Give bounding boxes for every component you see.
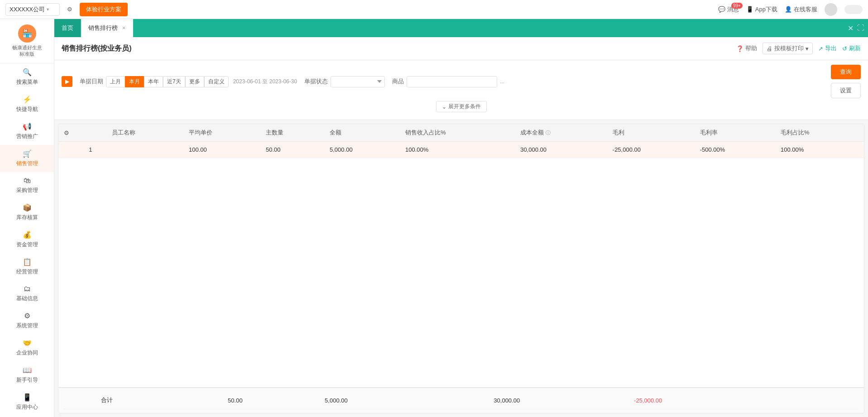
footer-avg-price [181,392,222,409]
try-industry-button[interactable]: 体验行业方案 [80,3,128,16]
filter-area: ▶ 单据日期 上月 本月 本年 近7天 更多 自定义 2023-06-01 至 … [54,60,868,120]
col-settings[interactable]: ⚙ [58,124,75,142]
footer-row: 合计 50.00 5,000.00 30,000.00 -25,000.00 [64,392,858,409]
date-filter: 单据日期 上月 本月 本年 近7天 更多 自定义 2023-06-01 至 20… [80,76,297,87]
footer-empty-1 [64,392,77,409]
tab-sales-ranking[interactable]: 销售排行榜 × [81,19,133,37]
col-sales-pct: 销售收入占比% [400,124,515,142]
sidebar-item-wechat[interactable]: 💬 企业微信 [0,416,54,417]
tab-right-actions: ✕ ⛶ [848,19,868,37]
filter-collapse-button[interactable]: ▶ [62,76,72,87]
sidebar-logo: 🏪 畅康通好生意 标准版 [0,19,54,63]
date-btn-this-month[interactable]: 本月 [125,76,144,87]
col-gross: 毛利 [607,124,695,142]
sidebar-item-basics[interactable]: 🗂 基础信息 [0,280,54,307]
logo-icon: 🏪 [18,24,36,43]
page-settings-button[interactable]: 设置 [831,83,861,98]
tab-close-icon[interactable]: × [122,25,125,31]
sidebar-item-enterprise[interactable]: 🤝 企业协同 [0,334,54,361]
goods-filter-label: 商品 [392,77,404,86]
money-icon: 💰 [23,230,32,239]
sidebar-item-app-center[interactable]: 📱 应用中心 [0,388,54,416]
bag-icon: 🛍 [24,177,31,185]
app-download-button[interactable]: 📱 App下载 [746,5,777,14]
company-selector[interactable]: XXXXXX公司 ▾ [5,3,60,16]
print-icon: 🖨 [767,45,772,52]
sidebar-item-purchase[interactable]: 🛍 采购管理 [0,172,54,199]
tab-home[interactable]: 首页 [54,19,81,37]
message-button[interactable]: 💬 消息 99+ [718,5,739,14]
refresh-icon: ↺ [842,45,847,52]
sales-pct-cell: 100.00% [400,142,515,158]
table-header-row: ⚙ 员工名称 平均单价 主数量 全额 销售收入占比% 成本全额 ⓘ [58,124,864,142]
page-title: 销售排行榜(按业务员) [62,44,132,53]
row-settings-cell [58,142,75,158]
settings-icon[interactable]: ⚙ [63,3,76,16]
box-icon: 📦 [23,203,32,212]
quantity-cell: 50.00 [260,142,324,158]
speaker-icon: 📢 [23,122,32,131]
avg-price-cell: 100.00 [183,142,260,158]
gross-pct-cell: 100.00% [775,142,864,158]
sidebar-item-sales[interactable]: 🛒 销售管理 [0,145,54,172]
footer-sales-pct [447,392,489,409]
more-filter-icon[interactable]: ... [500,78,504,85]
status-filter: 单据状态 [304,76,385,87]
sidebar-item-finance[interactable]: 💰 资金管理 [0,226,54,253]
date-buttons: 上月 本月 本年 近7天 更多 自定义 [106,76,229,87]
sidebar-item-search[interactable]: 🔍 搜索菜单 [0,63,54,91]
sidebar-item-guide[interactable]: 📖 新手引导 [0,361,54,388]
rank-cell: 1 [75,142,106,158]
user-name-display [844,5,863,14]
chevron-down-icon: ▾ [47,7,49,12]
app-icon: 📱 [746,6,753,13]
message-badge: 99+ [731,3,743,9]
sidebar-item-system[interactable]: ⚙ 系统管理 [0,307,54,334]
status-select[interactable] [331,76,385,87]
col-quantity: 主数量 [260,124,324,142]
expand-icon: ⌄ [442,104,446,110]
col-avg-price: 平均单价 [183,124,260,142]
footer-cost: 30,000.00 [488,392,628,409]
online-service-button[interactable]: 👤 在线客服 [785,5,817,14]
expand-more-row: ⌄ 展开更多条件 [62,98,861,115]
sidebar-item-marketing[interactable]: 📢 营销推广 [0,118,54,145]
print-chevron-icon: ▾ [806,45,809,52]
gear-icon: ⚙ [24,312,30,320]
cart-icon: 🛒 [23,149,32,158]
export-button[interactable]: ↗ 导出 [818,44,837,53]
date-btn-more[interactable]: 更多 [185,76,204,87]
logo-text: 畅康通好生意 标准版 [12,44,42,58]
window-close-icon[interactable]: ✕ [848,24,854,33]
service-icon: 👤 [785,6,792,13]
print-button[interactable]: 🖨 按模板打印 ▾ [762,43,813,54]
mobile-icon: 📱 [23,393,32,402]
col-rank [75,124,106,142]
query-button[interactable]: 查询 [831,65,861,79]
name-cell [106,142,183,158]
col-amount: 全额 [324,124,400,142]
date-btn-this-year[interactable]: 本年 [144,76,163,87]
table-area: ⚙ 员工名称 平均单价 主数量 全额 销售收入占比% 成本全额 ⓘ [58,124,864,413]
footer-gross-rate [776,392,817,409]
goods-input[interactable] [407,76,497,87]
cost-info-icon[interactable]: ⓘ [546,129,551,136]
help-button[interactable]: ❓ 帮助 [736,44,757,53]
amount-cell: 5,000.00 [324,142,400,158]
right-action-buttons: 查询 设置 [831,65,861,98]
window-maximize-icon[interactable]: ⛶ [857,24,864,32]
col-name: 员工名称 [106,124,183,142]
date-btn-custom[interactable]: 自定义 [204,76,229,87]
avatar[interactable] [825,3,837,16]
sidebar-item-inventory[interactable]: 📦 库存核算 [0,199,54,226]
goods-filter: 商品 ... [392,76,504,87]
date-btn-7days[interactable]: 近7天 [163,76,185,87]
footer-quantity: 50.00 [222,392,319,409]
sidebar-item-operations[interactable]: 📋 经营管理 [0,253,54,280]
sidebar-item-quick-nav[interactable]: ⚡ 快捷导航 [0,91,54,118]
footer-gross-pct [817,392,858,409]
date-btn-last-month[interactable]: 上月 [106,76,125,87]
page-content: 销售排行榜(按业务员) ❓ 帮助 🖨 按模板打印 ▾ ↗ 导出 [54,37,868,417]
refresh-button[interactable]: ↺ 刷新 [842,44,861,53]
expand-more-button[interactable]: ⌄ 展开更多条件 [436,101,487,112]
